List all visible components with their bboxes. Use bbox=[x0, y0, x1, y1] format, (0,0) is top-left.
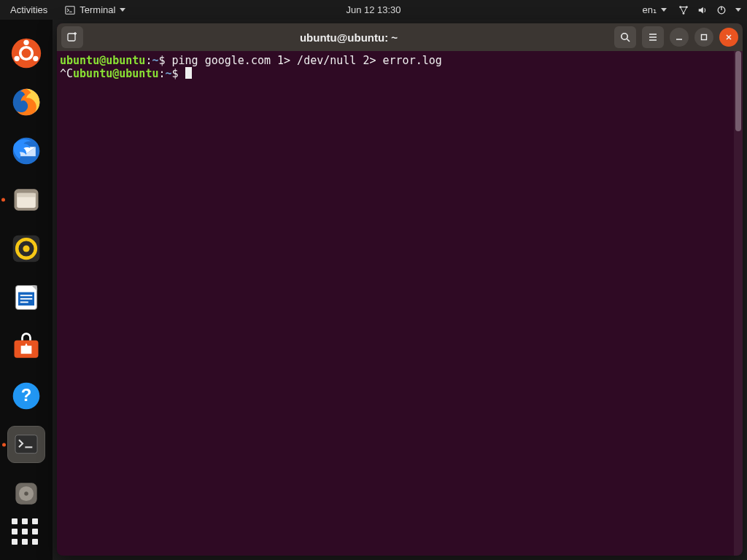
svg-point-9 bbox=[15, 55, 20, 61]
libreoffice-writer-icon bbox=[10, 281, 42, 314]
prompt-sep: : bbox=[158, 67, 165, 80]
svg-point-35 bbox=[622, 34, 627, 39]
ubuntu-software-icon bbox=[10, 331, 42, 363]
command-text: ping google.com 1> /dev/null 2> error.lo… bbox=[172, 54, 442, 67]
thunderbird-icon bbox=[10, 135, 42, 167]
running-indicator-icon bbox=[1, 198, 5, 202]
running-indicator-icon bbox=[2, 443, 6, 446]
svg-rect-24 bbox=[20, 302, 28, 303]
hamburger-menu-button[interactable] bbox=[642, 26, 664, 48]
rhythmbox-icon bbox=[10, 233, 42, 265]
dock-item-thunderbird[interactable] bbox=[7, 132, 45, 169]
minimize-button[interactable] bbox=[670, 28, 689, 47]
window-controls bbox=[670, 28, 738, 47]
minimize-icon bbox=[675, 33, 684, 42]
svg-rect-0 bbox=[66, 6, 74, 14]
dock-item-firefox[interactable] bbox=[7, 83, 45, 120]
system-menu-chevron-icon[interactable] bbox=[735, 8, 741, 12]
clock-label: Jun 12 13:30 bbox=[346, 4, 400, 15]
prompt-sym: $ bbox=[158, 54, 171, 67]
svg-point-8 bbox=[23, 39, 28, 44]
top-panel-left: Activities Terminal bbox=[0, 0, 128, 20]
top-panel-right: en₁ bbox=[640, 0, 741, 20]
prompt-host: ubuntu bbox=[106, 54, 145, 67]
new-tab-button[interactable] bbox=[61, 26, 83, 48]
titlebar[interactable]: ubuntu@ubuntu: ~ bbox=[57, 23, 743, 51]
search-icon bbox=[619, 31, 631, 43]
close-button[interactable] bbox=[719, 28, 738, 47]
prompt-at: @ bbox=[99, 54, 106, 67]
svg-rect-34 bbox=[68, 34, 75, 41]
prompt-path: ~ bbox=[166, 67, 172, 80]
maximize-button[interactable] bbox=[694, 28, 713, 47]
prompt-host: ubuntu bbox=[119, 67, 158, 80]
dock-item-rhythmbox[interactable] bbox=[7, 230, 45, 268]
new-tab-icon bbox=[66, 31, 78, 43]
dock-item-software[interactable] bbox=[7, 328, 45, 365]
interrupt-text: ^C bbox=[60, 67, 73, 80]
dock-item-writer[interactable] bbox=[7, 279, 45, 316]
prompt-user: ubuntu bbox=[60, 54, 99, 67]
ubuntu-logo-icon bbox=[10, 37, 42, 69]
firefox-icon bbox=[10, 86, 42, 118]
svg-rect-36 bbox=[702, 35, 707, 40]
svg-rect-30 bbox=[15, 435, 37, 454]
app-menu[interactable]: Terminal bbox=[62, 0, 128, 20]
terminal-line: ubuntu@ubuntu:~$ ping google.com 1> /dev… bbox=[60, 54, 442, 67]
svg-rect-23 bbox=[20, 298, 33, 300]
svg-rect-26 bbox=[21, 346, 32, 354]
dock-item-terminal[interactable] bbox=[7, 426, 45, 463]
terminal-viewport[interactable]: ubuntu@ubuntu:~$ ping google.com 1> /dev… bbox=[57, 51, 743, 556]
scrollbar-thumb[interactable] bbox=[735, 51, 741, 131]
files-icon bbox=[10, 184, 42, 216]
hamburger-icon bbox=[647, 31, 659, 43]
prompt-sym: $ bbox=[172, 67, 185, 80]
svg-point-18 bbox=[23, 246, 29, 252]
show-applications-button[interactable] bbox=[12, 518, 41, 547]
volume-icon[interactable] bbox=[697, 5, 708, 15]
terminal-icon bbox=[65, 5, 75, 15]
svg-text:?: ? bbox=[21, 385, 32, 405]
dock-item-disks[interactable] bbox=[7, 475, 45, 512]
prompt-user: ubuntu bbox=[73, 67, 112, 80]
prompt-at: @ bbox=[112, 67, 119, 80]
dock-item-help[interactable]: ? bbox=[7, 377, 45, 414]
window-title: ubuntu@ubuntu: ~ bbox=[89, 31, 608, 44]
power-icon[interactable] bbox=[716, 5, 727, 15]
input-source-indicator[interactable]: en₁ bbox=[640, 0, 670, 20]
dock-item-files[interactable] bbox=[7, 181, 45, 218]
dock-item-ubuntu[interactable] bbox=[7, 34, 45, 71]
chevron-down-icon bbox=[120, 8, 125, 12]
disks-icon bbox=[10, 478, 42, 510]
search-button[interactable] bbox=[614, 26, 636, 48]
dock: ? bbox=[0, 20, 53, 560]
activities-button[interactable]: Activities bbox=[7, 0, 50, 20]
svg-rect-22 bbox=[20, 295, 33, 297]
chevron-down-icon bbox=[661, 8, 667, 12]
svg-point-33 bbox=[24, 491, 28, 496]
terminal-app-icon bbox=[12, 430, 41, 459]
activities-label: Activities bbox=[10, 4, 47, 15]
app-menu-label: Terminal bbox=[80, 4, 115, 15]
input-source-label: en₁ bbox=[643, 4, 657, 15]
top-panel: Activities Terminal Jun 12 13:30 en₁ bbox=[0, 0, 747, 20]
svg-rect-5 bbox=[721, 6, 721, 9]
close-icon bbox=[724, 33, 733, 42]
cursor-icon bbox=[185, 67, 192, 79]
scrollbar[interactable] bbox=[734, 51, 743, 556]
terminal-window: ubuntu@ubuntu: ~ ubuntu@ubuntu:~$ ping g… bbox=[57, 23, 743, 556]
svg-rect-15 bbox=[17, 193, 36, 198]
svg-point-10 bbox=[33, 55, 38, 61]
network-icon[interactable] bbox=[678, 5, 689, 15]
maximize-icon bbox=[700, 33, 708, 42]
help-icon: ? bbox=[10, 380, 42, 412]
terminal-line: ^Cubuntu@ubuntu:~$ bbox=[60, 67, 192, 80]
